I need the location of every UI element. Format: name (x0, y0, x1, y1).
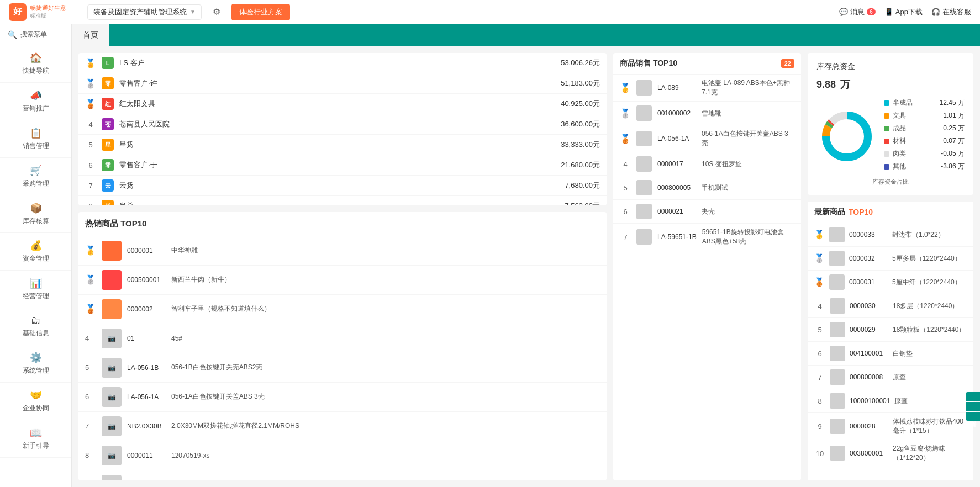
new-product-img (830, 419, 845, 434)
content-area: 首页 🏅 L LS 客户 53,006.26元 🥈 零 零售客户·许 51,18… (72, 24, 980, 487)
system-selector[interactable]: 装备及固定资产辅助管理系统 ▼ (87, 4, 202, 20)
sidebar-item-corp[interactable]: 🤝 企业协同 (0, 383, 71, 420)
middle-panel: 商品销售 TOP10 22 🥇 LA-089 电池盖 LA-089 ABS本色+… (613, 53, 801, 480)
product-name: 056-1B白色按键开关壳ABS2壳 (171, 363, 600, 372)
sales-rank-num: 4 (620, 160, 631, 168)
donut-chart (816, 106, 877, 167)
rank-number: 7 (85, 182, 96, 190)
float-btn-service[interactable]: 客服热线 (966, 392, 980, 401)
new-products-card: 最新商品 TOP10 🥇 0000033 封边带（1.0*22） 🥈 00000… (808, 202, 973, 480)
legend-item-value: 0.07 万 (943, 136, 965, 146)
legend-item: 文具 1.01 万 (884, 111, 965, 120)
legend-item-name: 半成品 (893, 98, 936, 108)
online-service-button[interactable]: 🎧 在线客服 (931, 7, 971, 17)
product-row: 🥈 000500001 新西兰牛肉（新牛） (78, 266, 607, 295)
sidebar-item-search[interactable]: 🔍 搜索菜单 (0, 24, 71, 45)
float-btn-live[interactable]: 直播 (966, 412, 980, 421)
settings-icon[interactable]: ⚙ (208, 4, 225, 20)
sidebar-item-operations[interactable]: 📊 经营管理 (0, 271, 71, 308)
right-panel: 库存总资金 9.88 万 (808, 53, 973, 480)
new-product-row: 10 003800001 22g鱼豆腐·烧烤味（1*12*20） (808, 440, 973, 467)
product-row: 🥉 0000002 智利车子里（规格不知道填什么） (78, 295, 607, 324)
sales-product-name: 夹壳 (702, 207, 794, 216)
sales-product-img (636, 80, 652, 96)
new-product-code: 0000033 (849, 231, 888, 239)
product-image-placeholder: 📷 (102, 329, 122, 348)
customer-badge: 零 (102, 77, 114, 89)
new-product-name: 5厘中纤（1220*2440） (892, 278, 967, 287)
sales-count-badge: 22 (781, 59, 794, 68)
new-product-img (830, 446, 845, 461)
product-image-placeholder: 📷 (102, 446, 122, 465)
new-product-name: 封边带（1.0*22） (892, 230, 967, 240)
sales-rank-num: 6 (620, 208, 631, 216)
product-rank-num: 8 (85, 451, 96, 459)
product-rank-num: 6 (85, 393, 96, 401)
image-placeholder-icon: 📷 (108, 452, 116, 459)
legend-color-dot (884, 113, 889, 119)
customer-row: 🥉 红 红太阳文具 40,925.00元 (78, 94, 607, 114)
product-name: 2.0X30MM双搓花轴,搓花直径2.1MM/ROHS (171, 421, 600, 431)
sales-product-row: 7 LA-59651-1B 59651-1B旋转投影灯电池盒ABS黑色+58壳 (613, 224, 801, 250)
finance-icon: 💰 (30, 240, 42, 252)
sidebar-item-finance[interactable]: 💰 资金管理 (0, 233, 71, 271)
sidebar-item-sales[interactable]: 📋 销售管理 (0, 120, 71, 158)
inventory-amount-unit: 万 (840, 79, 850, 90)
legend-item-name: 文具 (893, 111, 940, 120)
customer-name: 云扬 (119, 181, 559, 190)
sales-product-code: 0000021 (657, 208, 696, 215)
legend-item: 半成品 12.45 万 (884, 98, 965, 108)
sales-product-img (636, 204, 652, 219)
legend-item: 成品 0.25 万 (884, 124, 965, 133)
product-row: 4 📷 01 45# (78, 324, 607, 353)
image-placeholder-icon: 📷 (108, 364, 116, 372)
sidebar-item-inventory[interactable]: 📦 库存核算 (0, 195, 71, 233)
sidebar-item-system[interactable]: ⚙️ 系统管理 (0, 345, 71, 383)
new-product-img (829, 251, 845, 266)
nav-tabs: 首页 (72, 24, 980, 46)
sidebar-item-quicknav[interactable]: 🏠 快捷导航 (0, 45, 71, 83)
legend-item-name: 成品 (893, 124, 940, 133)
product-rank-num: 5 (85, 363, 96, 372)
new-product-row: 8 10000100001 原查 (808, 389, 973, 413)
product-row: 8 📷 0000011 12070519-xs (78, 441, 607, 470)
new-product-code: 0000032 (849, 255, 888, 262)
trial-button[interactable]: 体验行业方案 (231, 4, 290, 20)
float-btn-community[interactable]: 服务社区 (966, 402, 980, 411)
sidebar-item-guide[interactable]: 📖 新手引导 (0, 420, 71, 458)
sales-icon: 📋 (30, 127, 42, 139)
message-label: 消息 (850, 7, 865, 17)
customer-badge: 零 (102, 159, 114, 171)
new-product-rank: 6 (814, 350, 825, 358)
product-name: 056-1A白色按键开关盖ABS 3壳 (171, 392, 600, 401)
sales-product-img (636, 131, 652, 146)
basic-icon: 🗂 (31, 315, 41, 326)
sidebar-item-purchase[interactable]: 🛒 采购管理 (0, 158, 71, 195)
sales-product-code: 000800005 (657, 184, 696, 192)
sidebar-item-basic[interactable]: 🗂 基础信息 (0, 308, 71, 345)
product-image (102, 270, 122, 290)
product-row: 7 📷 NB2.0X30B 2.0X30MM双搓花轴,搓花直径2.1MM/ROH… (78, 412, 607, 441)
sales-product-row: 5 000800005 手机测试 (613, 176, 801, 200)
legend-color-dot (884, 139, 889, 144)
legend-item-value: 0.25 万 (943, 124, 965, 133)
message-button[interactable]: 💬 消息 6 (839, 7, 876, 17)
system-icon: ⚙️ (30, 352, 42, 364)
logo-text-area: 畅捷通好生意 标准版 (30, 4, 66, 19)
new-product-medal-gold: 🥇 (814, 230, 825, 240)
sales-medal-gold-icon: 🥇 (620, 83, 631, 93)
new-product-row: 4 0000030 18多层（1220*2440） (808, 294, 973, 318)
sales-product-code: LA-089 (657, 84, 696, 92)
rank-number: 6 (85, 161, 96, 170)
customer-row: 8 肖 肖总 7,563.00元 (78, 196, 607, 205)
dropdown-arrow-icon: ▼ (190, 9, 196, 15)
new-product-code: 10000100001 (850, 397, 890, 405)
new-product-rank: 10 (814, 449, 825, 458)
product-code: 0000002 (127, 305, 166, 313)
customer-name: 零售客户·于 (119, 160, 555, 170)
logo-badge: 标准版 (30, 12, 66, 20)
logo-icon: 好 (9, 3, 27, 21)
tab-home[interactable]: 首页 (72, 24, 109, 46)
sidebar-item-marketing[interactable]: 📣 营销推广 (0, 83, 71, 120)
app-download-button[interactable]: 📱 App下载 (884, 7, 923, 17)
